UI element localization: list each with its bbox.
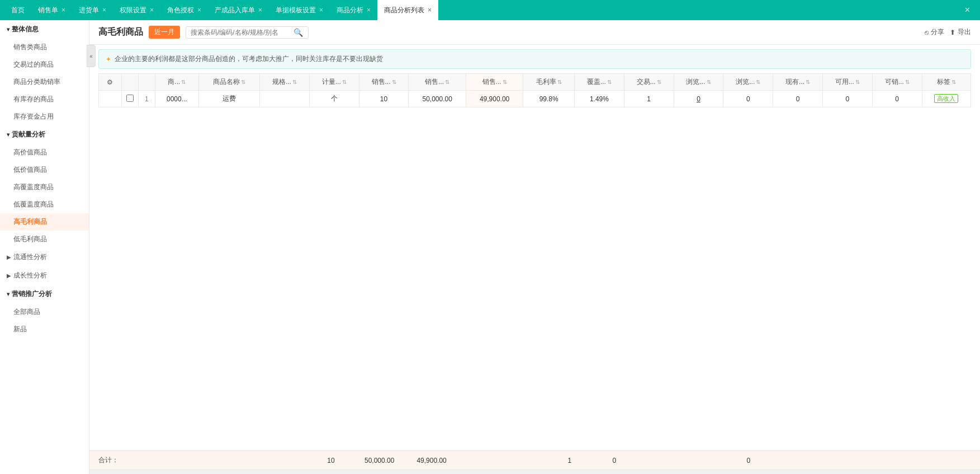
col-transactions[interactable]: 交易...⇅ [624,74,674,91]
col-browse1[interactable]: 浏览...⇅ [674,74,723,91]
footer-sales-profit: 49,900.00 [405,457,457,464]
nav-purchase-order[interactable]: 进货单 × [72,0,113,20]
row-unit: 个 [309,91,359,107]
col-sales-profit[interactable]: 销售...⇅ [466,74,523,91]
row-tag: 高收入 [922,91,970,107]
close-icon[interactable]: × [428,6,432,14]
close-icon[interactable]: × [102,6,106,14]
horizontal-scrollbar[interactable] [89,470,980,474]
content-area: 高毛利商品 近一月 🔍 ⎋ 分享 ⬆ 导出 ✦ 企业的主要的利润都是这部分商品创… [89,20,980,474]
sidebar-item-low-value[interactable]: 低价值商品 [0,161,89,179]
footer-spacer5 [681,457,726,464]
content-header: 高毛利商品 近一月 🔍 ⎋ 分享 ⬆ 导出 [89,20,980,45]
col-available[interactable]: 可用...⇅ [822,74,872,91]
sidebar-item-stocked-goods[interactable]: 有库存的商品 [0,91,89,108]
col-spec[interactable]: 规格...⇅ [260,74,310,91]
nav-product-analysis[interactable]: 商品分析 × [330,0,377,20]
nav-permission-settings[interactable]: 权限设置 × [113,0,160,20]
close-icon[interactable]: × [319,6,323,14]
share-icon: ⎋ [925,29,929,36]
data-table: ⚙ 商...⇅ 商品名称⇅ 规格...⇅ 计量...⇅ 销售...⇅ 销售...… [98,73,971,107]
row-available: 0 [822,91,872,107]
chevron-right-icon: ▶ [7,273,11,279]
nav-template-settings[interactable]: 单据模板设置 × [269,0,330,20]
row-name: 运费 [198,91,259,107]
row-transactions: 1 [624,91,674,107]
close-icon[interactable]: × [61,6,65,14]
sidebar-section-liquidity[interactable]: ▶ 流通性分析 [0,248,89,266]
row-coverage: 1.49% [575,91,624,107]
sidebar-item-inventory-capital[interactable]: 库存资金占用 [0,108,89,125]
sidebar-item-high-coverage[interactable]: 高覆盖度商品 [0,179,89,196]
col-tag[interactable]: 标签⇅ [922,74,970,91]
sidebar-item-high-value[interactable]: 高价值商品 [0,144,89,161]
sidebar: ▾ 整体信息 销售类商品 交易过的商品 商品分类助销率 有库存的商品 库存资金占… [0,20,89,474]
footer-browse1: 0 [592,457,637,464]
col-sellable[interactable]: 可销...⇅ [872,74,922,91]
footer-values: 10 50,000.00 49,900.00 1 0 0 [130,457,816,464]
col-unit[interactable]: 计量...⇅ [309,74,359,91]
col-gross-rate[interactable]: 毛利率⇅ [523,74,575,91]
chevron-down-icon: ▾ [7,132,10,138]
col-settings[interactable]: ⚙ [99,74,122,91]
search-icon[interactable]: 🔍 [293,28,303,37]
sidebar-item-new-goods[interactable]: 新品 [0,321,89,338]
nav-home[interactable]: 首页 [4,0,31,20]
col-stock[interactable]: 现有...⇅ [773,74,823,91]
row-sales-profit: 49,900.00 [466,91,523,107]
footer-sales-amt: 50,000.00 [353,457,405,464]
col-browse2[interactable]: 浏览...⇅ [723,74,773,91]
row-browse2: 0 [723,91,773,107]
footer-label: 合计： [98,456,119,465]
sidebar-item-low-margin[interactable]: 低毛利商品 [0,231,89,248]
footer-spacer6 [771,457,816,464]
col-num [138,74,155,91]
col-sales-qty[interactable]: 销售...⇅ [359,74,409,91]
col-coverage[interactable]: 覆盖...⇅ [575,74,624,91]
close-icon[interactable]: × [258,6,262,14]
col-code[interactable]: 商...⇅ [155,74,198,91]
table-container[interactable]: ⚙ 商...⇅ 商品名称⇅ 规格...⇅ 计量...⇅ 销售...⇅ 销售...… [98,73,971,450]
close-icon[interactable]: × [150,6,154,14]
sidebar-item-sales-goods[interactable]: 销售类商品 [0,39,89,56]
export-button[interactable]: ⬆ 导出 [950,27,971,37]
row-browse1[interactable]: 0 [674,91,723,107]
col-sales-amt[interactable]: 销售...⇅ [409,74,466,91]
sidebar-item-high-margin[interactable]: 高毛利商品 [0,213,89,231]
export-icon: ⬆ [950,29,955,36]
row-stock: 0 [773,91,823,107]
sidebar-item-traded-goods[interactable]: 交易过的商品 [0,56,89,73]
sidebar-collapse-button[interactable]: « [87,45,96,67]
sidebar-item-category-sales-rate[interactable]: 商品分类助销率 [0,73,89,91]
nav-close-all[interactable]: × [959,5,976,15]
nav-role-auth[interactable]: 角色授权 × [160,0,208,20]
top-navigation: 首页 销售单 × 进货单 × 权限设置 × 角色授权 × 产成品入库单 × 单据… [0,0,980,20]
sidebar-item-low-coverage[interactable]: 低覆盖度商品 [0,196,89,213]
row-sales-amt: 50,000.00 [409,91,466,107]
close-icon[interactable]: × [197,6,201,14]
row-spec [260,91,310,107]
nav-sales-order[interactable]: 销售单 × [31,0,72,20]
row-sales-qty: 10 [359,91,409,107]
row-checkbox[interactable] [121,91,138,107]
search-input[interactable] [191,29,291,36]
nav-product-inbound[interactable]: 产成品入库单 × [208,0,269,20]
sidebar-section-overall[interactable]: ▾ 整体信息 [0,20,89,39]
col-name[interactable]: 商品名称⇅ [198,74,259,91]
sidebar-section-growth[interactable]: ▶ 成长性分析 [0,266,89,285]
header-actions: ⎋ 分享 ⬆ 导出 [925,27,971,37]
table-header-row: ⚙ 商...⇅ 商品名称⇅ 规格...⇅ 计量...⇅ 销售...⇅ 销售...… [99,74,971,91]
time-filter-button[interactable]: 近一月 [149,26,180,39]
footer-spacer2 [458,457,503,464]
table-row: 1 0000... 运费 个 10 50,000.00 49,900.00 99… [99,91,971,107]
sidebar-section-marketing[interactable]: ▾ 营销推广分析 [0,285,89,303]
search-wrapper: 🔍 [186,26,309,39]
sidebar-item-all-goods[interactable]: 全部商品 [0,303,89,321]
main-layout: ▾ 整体信息 销售类商品 交易过的商品 商品分类助销率 有库存的商品 库存资金占… [0,20,980,474]
sidebar-section-contribution[interactable]: ▾ 贡献量分析 [0,125,89,144]
info-banner: ✦ 企业的主要的利润都是这部分商品创造的，可考虑加大推广，同时关注库存是不要出现… [98,49,971,69]
close-icon[interactable]: × [367,6,371,14]
footer-total: 合计： 10 50,000.00 49,900.00 1 0 0 [89,450,980,470]
share-button[interactable]: ⎋ 分享 [925,27,944,37]
nav-product-analysis-list[interactable]: 商品分析列表 × [377,0,438,20]
